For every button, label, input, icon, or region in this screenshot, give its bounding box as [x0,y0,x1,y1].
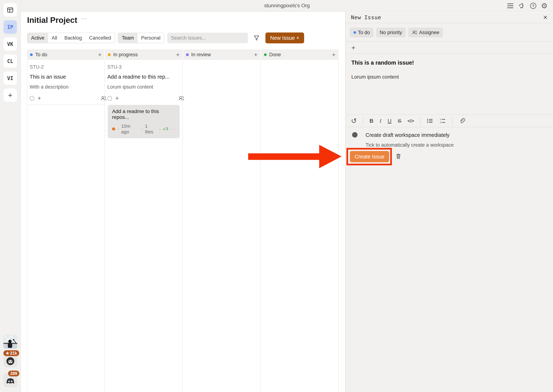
status-chip[interactable]: To do [350,28,373,37]
undo-icon[interactable]: ↺ [351,117,357,124]
board-column-headers: To do + In progress + In review + Done + [27,49,338,60]
github-link[interactable]: ★ 21k [3,353,17,367]
add-property-button[interactable]: + [351,44,355,52]
toolbar-divider [420,117,421,125]
add-card-todo-button[interactable]: + [98,51,101,58]
svg-text:1: 1 [440,118,441,121]
assignee-chip[interactable]: Assignee [408,28,443,37]
italic-icon[interactable]: I [380,118,381,124]
top-bar: stunningpixels's Org ? ⚙ [21,0,553,12]
column-header-todo: To do + [27,49,104,60]
workspace-tile-ip[interactable]: IP [3,20,17,34]
star-icon: ★ [6,351,9,356]
menu-icon[interactable] [507,3,513,8]
numbered-list-icon[interactable]: 1 2 [439,118,446,124]
org-title: stunningpixels's Org [21,3,553,8]
discord-members-badge: 289 [8,371,19,376]
toggle-hint: Tick to automatically create a workspace [366,142,454,148]
announcements-icon[interactable] [518,2,525,9]
add-card-inprogress-button[interactable]: + [176,51,180,58]
todo-dot-icon [30,53,33,56]
tab-all[interactable]: All [48,33,61,43]
toolbar-divider [452,117,452,125]
create-workspace-toggle[interactable] [352,132,358,138]
issue-id: STU-3 [107,64,184,70]
bold-icon[interactable]: B [370,118,373,124]
delete-draft-icon[interactable] [395,153,402,160]
app-window: stunningpixels's Org ? ⚙ IP VK CL VI [0,0,553,392]
strikethrough-icon[interactable]: S [398,118,401,124]
status-placeholder-icon[interactable] [30,96,34,101]
column-border [338,60,339,392]
inprogress-dot-icon [108,53,111,56]
panel-title: New Issue [351,14,381,21]
column-header-inreview: In review + [183,49,260,60]
card-divider [105,130,182,131]
tab-active[interactable]: Active [28,33,48,43]
issue-title-input[interactable]: This is a random issue! [351,60,414,66]
assignees-icon[interactable] [101,96,107,101]
tab-team[interactable]: Team [118,33,137,43]
assignees-icon[interactable] [178,96,184,101]
add-card-inreview-button[interactable]: + [254,51,258,58]
column-border [182,60,183,392]
underline-icon[interactable]: U [388,118,392,124]
inreview-dot-icon [186,53,189,56]
attach-icon[interactable] [459,118,465,124]
tab-cancelled[interactable]: Cancelled [86,33,115,43]
mini-card-title: Add a readme to this repos... [112,109,175,120]
mini-card-meta-extra: +3 [163,126,168,132]
add-label-button[interactable]: + [115,95,119,102]
issue-card-stu3[interactable]: STU-3 Add a readme to this rep... Lorum … [107,64,184,102]
chip-status-dot [353,31,356,34]
toolbar-divider [363,117,363,125]
project-menu-button[interactable]: ··· [81,15,87,21]
filter-funnel-icon[interactable] [253,35,260,41]
issue-description: With a description [30,84,107,90]
settings-gear-icon[interactable]: ⚙ [541,2,547,9]
people-icon [412,30,417,35]
column-border [260,60,260,392]
issue-card-stu2[interactable]: STU-2 This is an issue With a descriptio… [30,64,107,102]
workspace-tile-vk[interactable]: VK [3,37,17,51]
tab-backlog[interactable]: Backlog [61,33,86,43]
workspace-mini-card[interactable]: Add a readme to this repos... · 10m ago … [108,105,180,138]
issue-title[interactable]: This is an issue [30,74,107,80]
issue-property-chips: To do No priority Assignee [345,24,553,42]
tab-personal[interactable]: Personal [137,33,164,43]
create-issue-button[interactable]: Create Issue [350,151,389,162]
issue-description: Lorum ipsum content [107,84,184,90]
close-icon[interactable]: × [543,14,547,21]
new-issue-button[interactable]: New Issue + [266,33,304,43]
status-placeholder-icon[interactable] [107,96,112,101]
mini-card-files: 1 files [145,123,157,135]
discord-icon [6,377,15,385]
user-avatar[interactable] [3,335,17,349]
github-icon [6,357,15,366]
issue-title[interactable]: Add a readme to this rep... [107,74,184,80]
add-card-done-button[interactable]: + [332,51,336,58]
priority-chip[interactable]: No priority [376,28,406,37]
column-header-done: Done + [261,49,338,60]
dashboard-layout-icon[interactable] [3,3,17,17]
workspace-tile-cl[interactable]: CL [3,55,17,68]
workspace-sidebar: IP VK CL VI + ★ 21k [0,0,21,392]
bullet-list-icon[interactable] [427,118,433,124]
page-title: Initial Project [27,16,77,25]
workspace-tile-vi[interactable]: VI [3,71,17,85]
panel-header: New Issue × [345,12,553,23]
code-icon[interactable]: </> [408,118,414,124]
discord-link[interactable]: 289 [3,373,17,387]
mini-card-time: 10m ago [121,123,139,135]
board-main: Initial Project ··· Active All Backlog C… [21,12,345,392]
filter-row: Active All Backlog Cancelled Team Person… [27,33,304,43]
add-workspace-button[interactable]: + [3,89,17,102]
search-input[interactable] [167,33,248,43]
toggle-label: Create draft workspace immediately [366,132,450,138]
help-icon[interactable]: ? [530,3,536,9]
card-divider [27,105,104,105]
done-dot-icon [264,53,267,56]
column-border [27,60,27,392]
add-label-button[interactable]: + [38,95,41,102]
issue-body-input[interactable]: Lorum ipsum content [351,74,399,80]
